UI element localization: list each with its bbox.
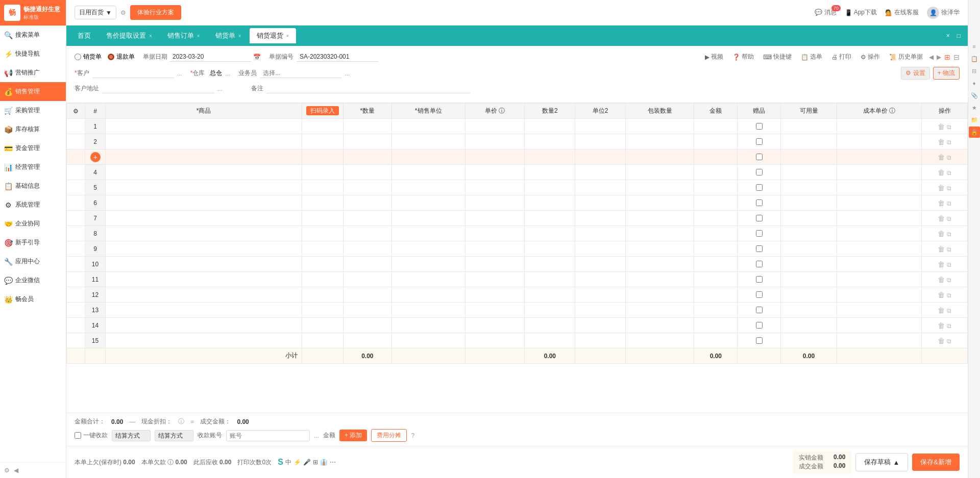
- delete-row-13[interactable]: 🗑: [938, 306, 945, 314]
- delete-row-2[interactable]: 🗑: [938, 138, 945, 146]
- row-qty-14[interactable]: [344, 318, 392, 333]
- gift-checkbox-3[interactable]: [756, 154, 763, 160]
- account-input[interactable]: [226, 430, 310, 441]
- operation-btn[interactable]: ⚙ 操作: [857, 51, 883, 63]
- radio-return-input[interactable]: [108, 54, 114, 60]
- row-pkg-qty-15[interactable]: [625, 333, 694, 348]
- row-pkg-qty-14[interactable]: [625, 318, 694, 333]
- row-unit2-14[interactable]: [575, 318, 626, 333]
- row-amount-2[interactable]: [694, 134, 738, 149]
- row-pkg-qty-8[interactable]: [625, 226, 694, 241]
- customer-picker-btn[interactable]: ...: [177, 70, 182, 77]
- row-pkg-qty-12[interactable]: [625, 287, 694, 303]
- row-pkg-qty-1[interactable]: [625, 119, 694, 134]
- row-unit2-1[interactable]: [575, 119, 626, 134]
- bottom-icon4[interactable]: ⊞: [313, 459, 318, 466]
- category-select[interactable]: 日用百货 ▼: [75, 6, 116, 19]
- row-qty-8[interactable]: [344, 226, 392, 241]
- row-unit2-2[interactable]: [575, 134, 626, 149]
- app-download-btn[interactable]: 📱 App下载: [845, 8, 877, 17]
- copy-row-15[interactable]: ⧉: [947, 338, 951, 345]
- row-qty2-13[interactable]: [525, 303, 575, 318]
- sidebar-item-应用中心[interactable]: 🔧应用中心: [0, 252, 66, 271]
- row-unit2-9[interactable]: [575, 241, 626, 257]
- row-unit-8[interactable]: [391, 226, 465, 241]
- row-amount-6[interactable]: [694, 195, 738, 211]
- radio-return[interactable]: 退款单: [108, 53, 135, 61]
- row-unit2-8[interactable]: [575, 226, 626, 241]
- row-unit-12[interactable]: [391, 287, 465, 303]
- row-price-6[interactable]: [465, 195, 525, 211]
- right-panel-icon-1[interactable]: ≡: [969, 41, 980, 52]
- gift-checkbox-15[interactable]: [756, 337, 763, 344]
- row-qty-9[interactable]: [344, 241, 392, 257]
- row-unit2-10[interactable]: [575, 257, 626, 272]
- row-amount-15[interactable]: [694, 333, 738, 348]
- row-amount-5[interactable]: [694, 180, 738, 195]
- row-product-15[interactable]: [106, 333, 302, 348]
- copy-row-13[interactable]: ⧉: [947, 307, 951, 314]
- row-qty2-11[interactable]: [525, 272, 575, 287]
- tab-2[interactable]: 销售订单×: [160, 28, 207, 43]
- row-unit2-11[interactable]: [575, 272, 626, 287]
- row-unit-4[interactable]: [391, 165, 465, 180]
- row-qty-11[interactable]: [344, 272, 392, 287]
- row-unit-9[interactable]: [391, 241, 465, 257]
- row-unit2-4[interactable]: [575, 165, 626, 180]
- row-product-13[interactable]: [106, 303, 302, 318]
- row-unit-5[interactable]: [391, 180, 465, 195]
- save-new-btn[interactable]: 保存&新增: [912, 454, 960, 471]
- row-product-1[interactable]: [106, 119, 302, 134]
- account-picker-btn[interactable]: ...: [314, 432, 319, 439]
- window-close-icon[interactable]: ×: [943, 32, 953, 39]
- right-panel-icon-5[interactable]: 📎: [969, 90, 980, 101]
- right-panel-icon-4[interactable]: ♦: [969, 78, 980, 89]
- bottom-icon1[interactable]: 中: [285, 458, 291, 467]
- add-fee-btn[interactable]: + 添加: [339, 430, 367, 441]
- row-unit2-5[interactable]: [575, 180, 626, 195]
- row-qty2-9[interactable]: [525, 241, 575, 257]
- gift-checkbox-4[interactable]: [756, 169, 763, 175]
- row-unit2-12[interactable]: [575, 287, 626, 303]
- row-qty2-14[interactable]: [525, 318, 575, 333]
- copy-row-1[interactable]: ⧉: [947, 123, 951, 131]
- delete-row-15[interactable]: 🗑: [938, 337, 945, 345]
- window-maximize-icon[interactable]: □: [954, 32, 964, 39]
- delete-row-1[interactable]: 🗑: [938, 122, 945, 131]
- tab-1[interactable]: 售价提取设置×: [99, 28, 159, 43]
- row-price-8[interactable]: [465, 226, 525, 241]
- row-pkg-qty-5[interactable]: [625, 180, 694, 195]
- row-qty-2[interactable]: [344, 134, 392, 149]
- row-product-11[interactable]: [106, 272, 302, 287]
- row-qty2-12[interactable]: [525, 287, 575, 303]
- delete-row-4[interactable]: 🗑: [938, 168, 945, 177]
- row-qty2-1[interactable]: [525, 119, 575, 134]
- row-price-4[interactable]: [465, 165, 525, 180]
- address-input[interactable]: [102, 84, 214, 93]
- row-price-2[interactable]: [465, 134, 525, 149]
- delete-row-14[interactable]: 🗑: [938, 321, 945, 330]
- gift-checkbox-5[interactable]: [756, 184, 763, 191]
- sidebar-item-采购管理[interactable]: 🛒采购管理: [0, 101, 66, 120]
- calc-select[interactable]: 结算方式: [155, 430, 193, 441]
- row-amount-12[interactable]: [694, 287, 738, 303]
- delete-row-3[interactable]: 🗑: [938, 153, 945, 161]
- row-qty2-8[interactable]: [525, 226, 575, 241]
- copy-row-14[interactable]: ⧉: [947, 322, 951, 330]
- row-product-6[interactable]: [106, 195, 302, 211]
- row-unit2-13[interactable]: [575, 303, 626, 318]
- row-price-5[interactable]: [465, 180, 525, 195]
- row-qty2-4[interactable]: [525, 165, 575, 180]
- row-unit-10[interactable]: [391, 257, 465, 272]
- delete-row-12[interactable]: 🗑: [938, 291, 945, 299]
- row-product-10[interactable]: [106, 257, 302, 272]
- row-pkg-qty-2[interactable]: [625, 134, 694, 149]
- row-pkg-qty-6[interactable]: [625, 195, 694, 211]
- row-price-11[interactable]: [465, 272, 525, 287]
- select-btn[interactable]: 📋 选单: [798, 51, 825, 63]
- right-panel-icon-8[interactable]: 🔒: [969, 127, 980, 138]
- gift-checkbox-11[interactable]: [756, 276, 763, 283]
- copy-row-9[interactable]: ⧉: [947, 246, 951, 253]
- delete-row-7[interactable]: 🗑: [938, 214, 945, 222]
- tab-close-1[interactable]: ×: [149, 33, 152, 39]
